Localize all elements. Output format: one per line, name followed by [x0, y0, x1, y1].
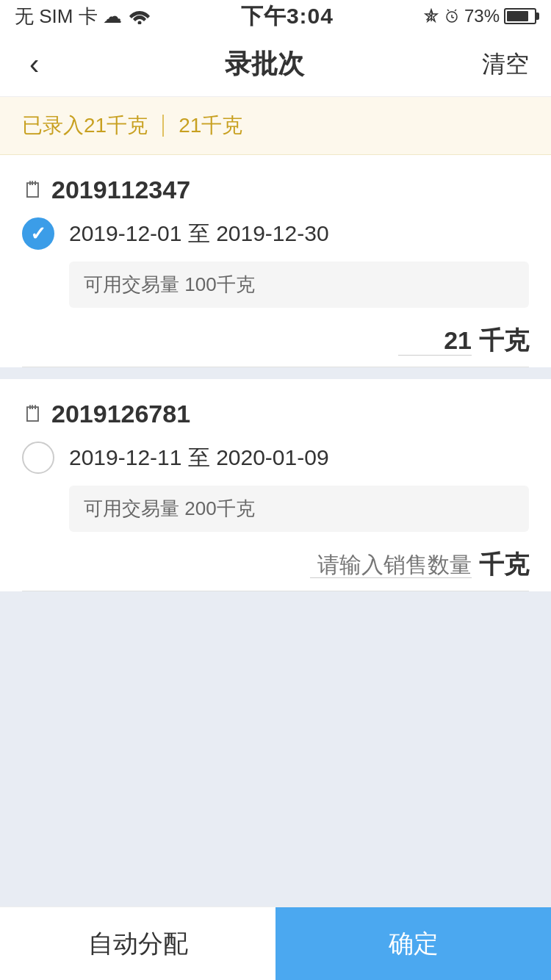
batch-2-quantity-input[interactable] — [310, 552, 472, 578]
batch-1-quantity-input[interactable] — [398, 326, 472, 356]
batch-2-unit: 千克 — [479, 548, 529, 582]
batch-2-icon: 🗒 — [22, 402, 44, 427]
status-left: 无 SIM 卡 ☁ — [15, 4, 151, 29]
summary-label: 已录入21千克 — [22, 112, 148, 140]
batch-1-id: 2019112347 — [51, 176, 190, 204]
batch-2-quantity-row: 千克 — [0, 536, 551, 591]
back-button[interactable]: ‹ — [22, 40, 46, 88]
batch-1-unit: 千克 — [479, 324, 529, 358]
batch-1-icon: 🗒 — [22, 178, 44, 203]
batch-1-radio[interactable] — [22, 217, 54, 250]
clear-button[interactable]: 清空 — [482, 48, 529, 81]
battery-icon — [504, 8, 536, 24]
alarm-icon — [444, 8, 460, 24]
summary-divider — [162, 115, 164, 137]
status-right: ↗ 73% — [423, 6, 536, 26]
batch-1-availability: 可用交易量 100千克 — [69, 262, 529, 308]
summary-bar: 已录入21千克 21千克 — [0, 97, 551, 155]
wifi-icon — [128, 8, 151, 24]
location-icon: ↗ — [423, 8, 439, 24]
auto-distribute-button[interactable]: 自动分配 — [0, 907, 276, 980]
empty-area — [0, 591, 551, 915]
confirm-button[interactable]: 确定 — [276, 907, 551, 980]
batch-card-2: 🗒 2019126781 2019-12-11 至 2020-01-09 可用交… — [0, 379, 551, 591]
nav-bar: ‹ 录批次 清空 — [0, 32, 551, 97]
status-time: 下午3:04 — [241, 1, 334, 32]
status-bar: 无 SIM 卡 ☁ 下午3:04 ↗ 73% — [0, 0, 551, 32]
batch-2-id: 2019126781 — [51, 400, 190, 428]
svg-point-0 — [137, 21, 141, 25]
bottom-bar: 自动分配 确定 — [0, 907, 551, 980]
batch-1-quantity-row: 千克 — [0, 312, 551, 367]
no-sim-label: 无 SIM 卡 ☁ — [15, 4, 122, 29]
batch-2-availability: 可用交易量 200千克 — [69, 486, 529, 532]
section-divider — [0, 367, 551, 379]
summary-value: 21千克 — [179, 112, 242, 140]
battery-percent: 73% — [464, 6, 500, 26]
batch-1-row[interactable]: 2019-12-01 至 2019-12-30 — [0, 212, 551, 257]
batch-2-header: 🗒 2019126781 — [0, 379, 551, 436]
batch-2-radio[interactable] — [22, 442, 54, 474]
batch-2-row[interactable]: 2019-12-11 至 2020-01-09 — [0, 436, 551, 481]
batch-2-date: 2019-12-11 至 2020-01-09 — [69, 443, 329, 473]
svg-text:↗: ↗ — [425, 11, 433, 23]
batch-1-header: 🗒 2019112347 — [0, 155, 551, 212]
batch-card-1: 🗒 2019112347 2019-12-01 至 2019-12-30 可用交… — [0, 155, 551, 367]
page-title: 录批次 — [225, 46, 304, 82]
batch-1-date: 2019-12-01 至 2019-12-30 — [69, 219, 329, 249]
svg-line-6 — [455, 10, 456, 11]
content-area: 🗒 2019112347 2019-12-01 至 2019-12-30 可用交… — [0, 155, 551, 915]
svg-line-5 — [447, 10, 449, 11]
